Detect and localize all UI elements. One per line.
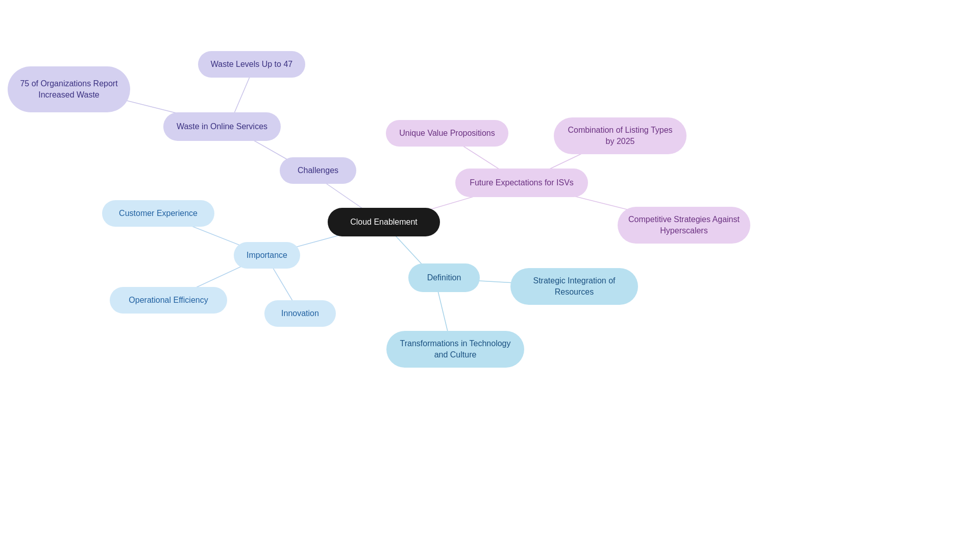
customer-exp-label: Customer Experience [119,208,198,219]
center-node[interactable]: Cloud Enablement [328,208,440,236]
innovation-label: Innovation [281,308,319,319]
future-exp-node[interactable]: Future Expectations for ISVs [455,169,588,197]
importance-label: Importance [247,250,287,261]
definition-label: Definition [427,272,461,283]
center-label: Cloud Enablement [350,217,418,228]
definition-node[interactable]: Definition [408,263,480,292]
combination-label: Combination of Listing Types by 2025 [564,125,676,148]
waste-online-label: Waste in Online Services [177,121,267,132]
unique-value-node[interactable]: Unique Value Propositions [386,120,508,147]
transformations-label: Transformations in Technology and Cultur… [397,338,514,361]
waste-levels-node[interactable]: Waste Levels Up to 47 [198,51,305,78]
transformations-node[interactable]: Transformations in Technology and Cultur… [386,331,524,368]
waste-levels-label: Waste Levels Up to 47 [211,59,292,70]
strategic-label: Strategic Integration of Resources [521,275,628,298]
competitive-label: Competitive Strategies Against Hyperscal… [628,214,740,237]
strategic-node[interactable]: Strategic Integration of Resources [510,268,638,305]
challenges-node[interactable]: Challenges [280,157,356,184]
unique-value-label: Unique Value Propositions [399,128,495,139]
challenges-label: Challenges [298,165,338,176]
combination-node[interactable]: Combination of Listing Types by 2025 [554,117,687,154]
competitive-node[interactable]: Competitive Strategies Against Hyperscal… [618,207,750,244]
orgs-report-label: 75 of Organizations Report Increased Was… [18,78,120,101]
orgs-report-node[interactable]: 75 of Organizations Report Increased Was… [8,66,130,112]
operational-node[interactable]: Operational Efficiency [110,287,227,314]
waste-online-node[interactable]: Waste in Online Services [163,112,281,141]
mind-map-connections [0,0,980,553]
innovation-node[interactable]: Innovation [264,300,336,327]
customer-exp-node[interactable]: Customer Experience [102,200,214,227]
importance-node[interactable]: Importance [234,242,300,269]
operational-label: Operational Efficiency [129,295,208,306]
future-exp-label: Future Expectations for ISVs [470,177,574,188]
